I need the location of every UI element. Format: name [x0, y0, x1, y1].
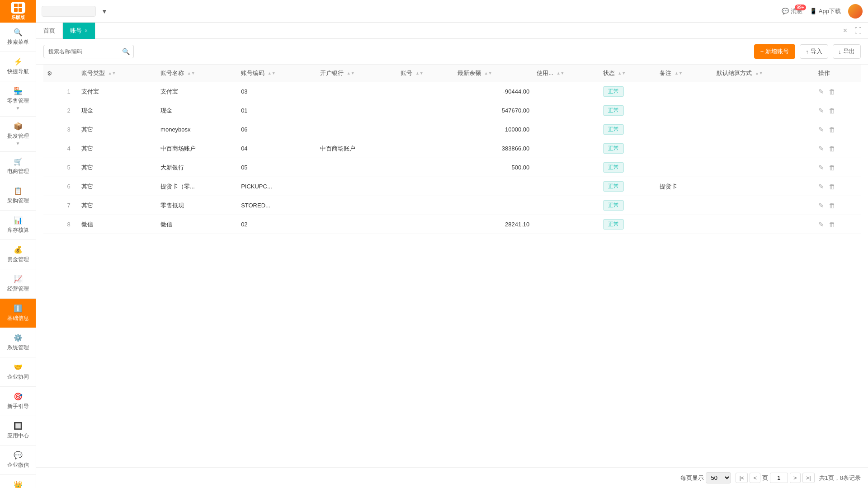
th-operation-label: 操作 — [818, 70, 830, 76]
td-name: moneybosx — [157, 120, 237, 139]
sidebar-item-quick-nav[interactable]: ⚡ 快捷导航 — [0, 52, 36, 81]
prev-page-button[interactable]: < — [750, 473, 760, 483]
add-account-button[interactable]: + 新增账号 — [754, 44, 795, 59]
td-type: 微信 — [78, 215, 157, 234]
sidebar-item-new-guide[interactable]: 🎯 新手引导 — [0, 387, 36, 416]
delete-button[interactable]: 🗑 — [829, 126, 835, 133]
sidebar-item-label: 采购管理 — [7, 197, 29, 205]
status-badge: 正常 — [603, 219, 624, 230]
sidebar-item-app-center[interactable]: 🔲 应用中心 — [0, 416, 36, 446]
td-index: 3 — [60, 120, 78, 139]
sidebar-item-wholesale-mgmt[interactable]: 📦 批发管理 ▼ — [0, 117, 36, 152]
import-button[interactable]: ↑ 导入 — [800, 44, 828, 59]
search-input[interactable] — [44, 46, 118, 57]
tab-home[interactable]: 首页 — [36, 23, 63, 39]
table-row: 8 微信 微信 02 28241.10 正常 ✎ 🗑 — [43, 215, 861, 234]
td-code: 04 — [237, 139, 316, 158]
td-default-payment — [713, 120, 814, 139]
search-button[interactable]: 🔍 — [118, 45, 133, 58]
export-button[interactable]: ↓ 导出 — [833, 44, 861, 59]
sidebar-item-membership[interactable]: 👑 畅会员 — [0, 475, 36, 488]
maximize-tab-button[interactable]: ⛶ — [852, 26, 864, 36]
export-icon: ↓ — [839, 48, 842, 55]
header-right: 💬 消息 99+ 📱 App下载 — [782, 4, 863, 19]
delete-button[interactable]: 🗑 — [829, 202, 835, 209]
th-status[interactable]: 状态 ▲▼ — [599, 65, 656, 82]
th-type[interactable]: 账号类型 ▲▼ — [78, 65, 157, 82]
sidebar-item-enterprise-wechat[interactable]: 💬 企业微信 — [0, 446, 36, 475]
td-bank — [316, 120, 397, 139]
close-tab-button[interactable]: × — [840, 26, 850, 36]
td-operation: ✎ 🗑 — [815, 215, 861, 234]
tab-account[interactable]: 账号 × — [63, 23, 95, 39]
message-button[interactable]: 💬 消息 99+ — [782, 7, 802, 15]
th-code[interactable]: 账号编码 ▲▼ — [237, 65, 316, 82]
sidebar-item-ecommerce-mgmt[interactable]: 🛒 电商管理 — [0, 152, 36, 181]
delete-button[interactable]: 🗑 — [829, 145, 835, 152]
delete-button[interactable]: 🗑 — [829, 107, 835, 114]
th-bank[interactable]: 开户银行 ▲▼ — [316, 65, 397, 82]
th-bank-label: 开户银行 — [320, 70, 344, 76]
page-size-select[interactable]: 50 100 200 — [706, 472, 731, 483]
td-index: 7 — [60, 196, 78, 215]
sidebar-item-search-menu[interactable]: 🔍 搜索菜单 — [0, 23, 36, 52]
td-code: 06 — [237, 120, 316, 139]
th-usage-label: 使用... — [537, 70, 553, 76]
avatar[interactable] — [848, 4, 863, 19]
delete-button[interactable]: 🗑 — [829, 183, 835, 190]
sidebar-item-system-mgmt[interactable]: ⚙️ 系统管理 — [0, 328, 36, 357]
td-operation: ✎ 🗑 — [815, 139, 861, 158]
th-usage[interactable]: 使用... ▲▼ — [533, 65, 599, 82]
th-name[interactable]: 账号名称 ▲▼ — [157, 65, 237, 82]
th-account[interactable]: 账号 ▲▼ — [397, 65, 454, 82]
sidebar-item-label: 经营管理 — [7, 285, 29, 293]
td-settings — [43, 196, 60, 215]
edit-button[interactable]: ✎ — [818, 88, 824, 96]
th-balance[interactable]: 最新余额 ▲▼ — [454, 65, 533, 82]
dropdown-button[interactable]: ▼ — [99, 6, 109, 17]
td-type: 其它 — [78, 196, 157, 215]
td-type: 其它 — [78, 158, 157, 177]
page-input[interactable] — [770, 473, 788, 483]
sidebar-item-operations-mgmt[interactable]: 📈 经营管理 — [0, 269, 36, 299]
table-body: 1 支付宝 支付宝 03 -90444.00 正常 ✎ 🗑 2 现金 现金 01 — [43, 82, 861, 234]
sidebar-item-label: 系统管理 — [7, 344, 29, 352]
th-settings[interactable]: ⚙ — [43, 65, 60, 82]
th-remark[interactable]: 备注 ▲▼ — [656, 65, 713, 82]
delete-button[interactable]: 🗑 — [829, 221, 835, 228]
edit-button[interactable]: ✎ — [818, 126, 824, 134]
system-mgmt-icon: ⚙️ — [14, 333, 23, 342]
sidebar-item-label: 快捷导航 — [7, 68, 29, 75]
edit-button[interactable]: ✎ — [818, 183, 824, 191]
app-download-button[interactable]: 📱 App下载 — [810, 7, 841, 15]
sort-icon: ▲▼ — [108, 71, 116, 75]
th-default-payment-label: 默认结算方式 — [717, 70, 752, 76]
first-page-button[interactable]: |< — [736, 473, 748, 483]
td-remark — [656, 101, 713, 120]
basic-info-icon: ℹ️ — [14, 304, 23, 313]
sidebar-item-purchase-mgmt[interactable]: 📋 采购管理 — [0, 181, 36, 211]
next-page-button[interactable]: > — [790, 473, 801, 483]
td-default-payment — [713, 101, 814, 120]
action-icons: ✎ 🗑 — [818, 183, 857, 191]
sidebar-item-retail-mgmt[interactable]: 🏪 零售管理 ▼ — [0, 81, 36, 117]
top-search-input[interactable] — [42, 6, 96, 17]
th-balance-label: 最新余额 — [458, 70, 481, 76]
edit-button[interactable]: ✎ — [818, 202, 824, 210]
edit-button[interactable]: ✎ — [818, 164, 824, 172]
sidebar-item-inventory[interactable]: 📊 库存核算 — [0, 211, 36, 240]
edit-button[interactable]: ✎ — [818, 221, 824, 229]
edit-button[interactable]: ✎ — [818, 107, 824, 115]
sidebar-item-capital-mgmt[interactable]: 💰 资金管理 — [0, 240, 36, 269]
delete-button[interactable]: 🗑 — [829, 88, 835, 95]
td-default-payment — [713, 139, 814, 158]
tab-close-icon[interactable]: × — [85, 28, 88, 34]
th-default-payment[interactable]: 默认结算方式 ▲▼ — [713, 65, 814, 82]
sidebar-item-basic-info[interactable]: ℹ️ 基础信息 — [0, 299, 36, 328]
edit-button[interactable]: ✎ — [818, 145, 824, 153]
td-status: 正常 — [599, 139, 656, 158]
sidebar-item-enterprise-agreement[interactable]: 🤝 企业协同 — [0, 357, 36, 387]
last-page-button[interactable]: >| — [802, 473, 815, 483]
delete-button[interactable]: 🗑 — [829, 164, 835, 171]
td-bank: 中百商场账户 — [316, 139, 397, 158]
